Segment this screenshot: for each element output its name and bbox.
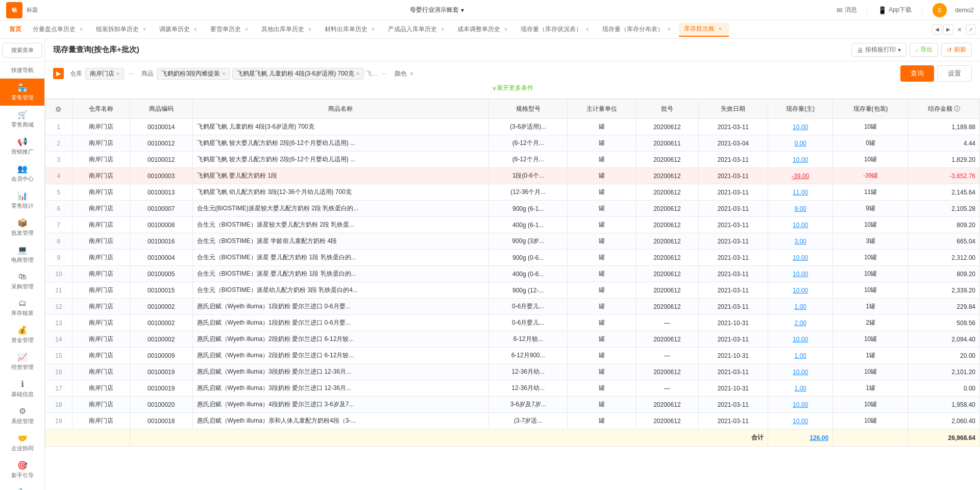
sidebar-item-ecommerce[interactable]: 💻 电商管理	[0, 241, 44, 268]
table-cell[interactable]: 10.00	[768, 413, 833, 429]
table-cell: 南岸门店	[72, 135, 130, 152]
table-cell: 0-6月婴儿...	[489, 299, 568, 315]
table-cell[interactable]: -39.00	[768, 168, 833, 184]
close-icon[interactable]: ×	[502, 26, 509, 33]
restore-button[interactable]: ⤢	[966, 24, 976, 35]
table-cell[interactable]: 9.00	[768, 201, 833, 217]
table-container: ⚙ 仓库名称 商品编码 商品名称 规格型号 主计量单位 批号 失效日期 现存量(…	[45, 99, 980, 490]
sidebar-item-wholesale[interactable]: 📦 批发管理	[0, 214, 44, 241]
table-cell[interactable]: 10.00	[768, 250, 833, 266]
message-button[interactable]: ✉ 消息	[837, 6, 857, 14]
close-icon[interactable]: ×	[584, 26, 591, 33]
expand-more-conditions[interactable]: ∨ 展开更多条件	[53, 82, 972, 94]
query-button[interactable]: 查询	[900, 65, 934, 82]
breadcrumb-dropdown[interactable]: 母婴行业演示账套 ▾	[410, 6, 464, 14]
table-cell[interactable]: 10.00	[768, 266, 833, 282]
sidebar-item-collab[interactable]: 🤝 企业协同	[0, 429, 44, 456]
table-cell[interactable]: 0.00	[768, 135, 833, 152]
expand-button[interactable]: ▶	[53, 68, 64, 79]
table-cell[interactable]: 1.00	[768, 299, 833, 315]
remove-product-1-icon[interactable]: ×	[222, 70, 225, 77]
product-ellipsis[interactable]: ···	[379, 69, 388, 78]
close-icon[interactable]: ×	[192, 26, 199, 33]
tab-成本调整单历史[interactable]: 成本调整单历史 ×	[452, 22, 514, 37]
table-cell[interactable]: 1.00	[768, 348, 833, 364]
sidebar-item-marketing[interactable]: 📢 营销推广	[0, 133, 44, 160]
export-button[interactable]: ↓ 导出	[910, 43, 938, 57]
close-all-button[interactable]: ×	[954, 24, 965, 35]
table-cell[interactable]: 10.00	[768, 282, 833, 299]
print-button[interactable]: 🖨 按模板打印 ▾	[851, 43, 906, 57]
table-cell[interactable]: 2.00	[768, 315, 833, 331]
table-cell[interactable]: 10.00	[768, 119, 833, 135]
color-dropdown-icon[interactable]: ▾	[410, 69, 413, 78]
breadcrumb-label: 母婴行业演示账套	[410, 6, 459, 14]
table-cell[interactable]: 10.00	[768, 152, 833, 168]
sidebar-item-inventory[interactable]: 🗂 库存核算	[0, 295, 44, 321]
table-cell[interactable]: 10.00	[768, 217, 833, 233]
col-settings[interactable]: ⚙	[45, 100, 72, 119]
remove-warehouse-icon[interactable]: ×	[116, 70, 119, 77]
quick-nav-button[interactable]: 快捷导航	[0, 62, 44, 79]
tab-要货单历史[interactable]: 要货单历史 ×	[205, 22, 255, 37]
tab-组装拆卸单历史[interactable]: 组装拆卸单历史 ×	[91, 22, 153, 37]
nav-left-arrow[interactable]: ◀	[932, 24, 942, 35]
sidebar-item-retail-stats[interactable]: 📊 零售统计	[0, 187, 44, 214]
table-cell[interactable]: 11.00	[768, 184, 833, 201]
sidebar-item-system[interactable]: ⚙ 系统管理	[0, 402, 44, 429]
close-icon[interactable]: ×	[666, 26, 673, 33]
table-row: 19南岸门店00100018惠氏启赋（Wyeth illuma）亲和人体儿童配方…	[45, 413, 980, 429]
avatar[interactable]: E	[933, 3, 947, 17]
app-download-button[interactable]: 📱 App下载	[878, 6, 912, 14]
close-icon[interactable]: ×	[370, 26, 377, 33]
settings-button[interactable]: 设置	[937, 65, 972, 82]
close-icon[interactable]: ×	[306, 26, 313, 33]
table-cell: 2021-03-11	[698, 413, 768, 429]
tab-产成品入库单历史[interactable]: 产成品入库单历史 ×	[383, 22, 451, 37]
sidebar-item-finance[interactable]: 💰 资金管理	[0, 321, 44, 348]
warehouse-ellipsis[interactable]: ···	[126, 69, 135, 78]
close-icon[interactable]: ×	[439, 26, 446, 33]
tab-现存量库存分布表[interactable]: 现存量（库存分布表） ×	[597, 22, 678, 37]
tab-库存批次账[interactable]: 库存批次账 ×	[679, 22, 729, 37]
sidebar-item-retail-shop[interactable]: 🛒 零售商城	[0, 106, 44, 133]
warehouse-tag[interactable]: 南岸门店 ×	[85, 68, 124, 80]
table-cell[interactable]: 10.00	[768, 331, 833, 348]
sidebar-item-base-info[interactable]: ℹ 基础信息	[0, 375, 44, 402]
close-icon[interactable]: ×	[141, 26, 148, 33]
tab-材料出库单历史[interactable]: 材料出库单历史 ×	[320, 22, 382, 37]
nav-right-arrow[interactable]: ▶	[943, 24, 953, 35]
close-icon[interactable]: ×	[243, 26, 250, 33]
sidebar-item-newbie[interactable]: 🎯 新手引导	[0, 456, 44, 483]
close-icon[interactable]: ×	[78, 26, 85, 33]
product-filter: 商品 飞鹤奶粉3段丙烯提装 × 飞鹤星飞帆 儿童奶粉 4段(3-6岁适用) 70…	[141, 68, 388, 80]
tab-现存量库存状况表[interactable]: 现存量（库存状况表） ×	[516, 22, 596, 37]
refresh-button[interactable]: ↺ 刷新	[941, 43, 972, 57]
sidebar-item-apps[interactable]: 🔧 应用中心	[0, 483, 44, 490]
col-code: 商品编码	[130, 100, 192, 119]
close-icon[interactable]: ×	[717, 26, 724, 33]
tab-调拨单历史[interactable]: 调拨单历史 ×	[154, 22, 204, 37]
tab-其他出库单历史[interactable]: 其他出库单历史 ×	[256, 22, 318, 37]
sidebar-item-purchase[interactable]: 🛍 采购管理	[0, 268, 44, 295]
product-tag-1[interactable]: 飞鹤奶粉3段丙烯提装 ×	[157, 68, 230, 80]
table-cell: 罐	[568, 201, 636, 217]
tab-home[interactable]: 首页	[4, 22, 27, 37]
sidebar-item-retail-management[interactable]: 🏪 零售管理	[0, 79, 44, 106]
sidebar-item-business[interactable]: 📈 经营管理	[0, 348, 44, 375]
table-cell: 00100019	[130, 364, 192, 380]
tab-分量盘点单历史[interactable]: 分量盘点单历史 ×	[28, 22, 90, 37]
table-cell[interactable]: 10.00	[768, 397, 833, 413]
table-cell[interactable]: 3.00	[768, 233, 833, 250]
chevron-down-icon: ▾	[461, 7, 464, 14]
table-cell[interactable]: 10.00	[768, 364, 833, 380]
remove-product-2-icon[interactable]: ×	[356, 70, 359, 77]
table-cell[interactable]: 1.00	[768, 380, 833, 397]
filter-area: ▶ 仓库 南岸门店 × ··· 商品 飞鹤奶粉3段丙烯	[45, 61, 980, 99]
table-cell: —	[636, 348, 699, 364]
table-cell: 12	[45, 299, 72, 315]
search-button[interactable]: 搜索英单	[2, 43, 42, 58]
footer-total-qty[interactable]: 126.00	[768, 429, 833, 447]
product-tag-2[interactable]: 飞鹤星飞帆 儿童奶粉 4段(3-6岁适用) 700克 ×	[232, 68, 364, 80]
sidebar-item-member[interactable]: 👥 会员中心	[0, 160, 44, 187]
